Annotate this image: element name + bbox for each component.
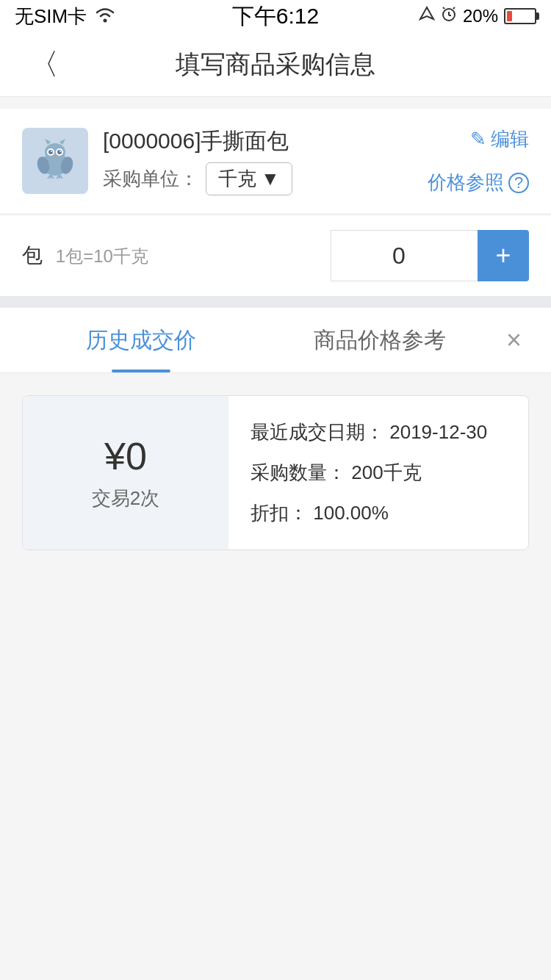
product-name: [0000006]手撕面包 bbox=[103, 126, 292, 156]
edit-label: 编辑 bbox=[491, 126, 529, 152]
price-ref-right: ✎ 编辑 价格参照 ? bbox=[428, 126, 529, 195]
unit-label: 采购单位： bbox=[103, 166, 198, 192]
unit-select[interactable]: 千克 ▼ bbox=[206, 162, 292, 195]
price-right-panel: 最近成交日期： 2019-12-30 采购数量： 200千克 折扣： 100.0… bbox=[228, 396, 528, 550]
status-bar: 无SIM卡 下午6:12 20% bbox=[0, 0, 551, 32]
svg-point-0 bbox=[104, 18, 107, 22]
product-unit-row: 采购单位： 千克 ▼ bbox=[103, 162, 292, 195]
dropdown-arrow-icon: ▼ bbox=[261, 167, 280, 190]
svg-marker-1 bbox=[420, 7, 433, 19]
battery-fill bbox=[507, 11, 512, 21]
product-card: [0000006]手撕面包 采购单位： 千克 ▼ ✎ 编辑 价格参照 ? bbox=[0, 109, 551, 213]
purchase-qty-label: 采购数量： bbox=[251, 461, 346, 483]
discount-label: 折扣： bbox=[251, 502, 308, 524]
price-detail-discount-row: 折扣： 100.00% bbox=[251, 499, 506, 527]
recent-date-value: 2019-12-30 bbox=[389, 421, 487, 443]
status-right: 20% bbox=[419, 6, 536, 26]
price-value: 0 bbox=[126, 435, 147, 478]
svg-marker-24 bbox=[45, 139, 51, 145]
page-title: 填写商品采购信息 bbox=[176, 48, 375, 82]
unit-value: 千克 bbox=[218, 166, 256, 192]
wifi-icon bbox=[94, 5, 116, 28]
price-yen-symbol: ¥ bbox=[104, 435, 126, 478]
price-ref-label: 价格参照 bbox=[428, 170, 504, 195]
price-ref-button[interactable]: 价格参照 ? bbox=[428, 170, 529, 195]
quantity-input-group: + bbox=[331, 230, 529, 281]
tab-history-label: 历史成交价 bbox=[86, 325, 196, 356]
price-history-card: ¥0 交易2次 最近成交日期： 2019-12-30 采购数量： 200千克 折… bbox=[22, 395, 529, 550]
svg-line-5 bbox=[443, 7, 444, 9]
price-detail-date-row: 最近成交日期： 2019-12-30 bbox=[251, 418, 506, 447]
location-icon bbox=[419, 6, 435, 26]
tab-close-button[interactable]: × bbox=[499, 317, 529, 363]
battery-percent: 20% bbox=[463, 6, 498, 26]
battery-icon bbox=[504, 8, 536, 24]
svg-point-11 bbox=[48, 150, 53, 154]
purchase-qty-value: 200千克 bbox=[351, 461, 421, 483]
svg-point-13 bbox=[51, 151, 52, 152]
tab-history-price[interactable]: 历史成交价 bbox=[22, 308, 260, 372]
nav-bar: 〈 填写商品采购信息 bbox=[0, 32, 551, 97]
tab-product-price-ref[interactable]: 商品价格参考 bbox=[260, 308, 498, 372]
product-image bbox=[22, 128, 88, 194]
price-detail-qty-row: 采购数量： 200千克 bbox=[251, 458, 506, 487]
product-header: [0000006]手撕面包 采购单位： 千克 ▼ ✎ 编辑 价格参照 ? bbox=[22, 126, 529, 195]
status-time: 下午6:12 bbox=[232, 1, 319, 32]
svg-line-6 bbox=[453, 7, 455, 9]
tabs-container: 历史成交价 商品价格参考 × bbox=[0, 308, 551, 373]
quantity-conversion-label: 1包=10千克 bbox=[56, 246, 148, 266]
trade-count: 交易2次 bbox=[92, 486, 159, 511]
price-left-panel: ¥0 交易2次 bbox=[23, 396, 228, 550]
quantity-row: 包 1包=10千克 + bbox=[0, 215, 551, 296]
status-left: 无SIM卡 bbox=[15, 4, 116, 29]
tab-product-price-label: 商品价格参考 bbox=[314, 325, 446, 356]
edit-button[interactable]: ✎ 编辑 bbox=[470, 126, 529, 152]
main-content-bg bbox=[0, 572, 551, 980]
product-info: [0000006]手撕面包 采购单位： 千克 ▼ bbox=[103, 126, 292, 195]
product-logo-icon bbox=[33, 136, 77, 187]
svg-marker-25 bbox=[60, 139, 65, 145]
back-button[interactable]: 〈 bbox=[22, 37, 66, 92]
section-divider bbox=[0, 296, 551, 308]
quantity-input[interactable] bbox=[331, 230, 478, 281]
price-amount: ¥0 bbox=[104, 434, 147, 478]
price-ref-help-icon: ? bbox=[508, 173, 529, 193]
svg-point-12 bbox=[57, 150, 62, 154]
svg-point-14 bbox=[60, 151, 61, 152]
discount-value: 100.00% bbox=[313, 502, 389, 524]
alarm-icon bbox=[441, 6, 457, 26]
edit-icon: ✎ bbox=[470, 128, 486, 151]
recent-date-label: 最近成交日期： bbox=[251, 421, 384, 443]
quantity-label-group: 包 1包=10千克 bbox=[22, 242, 148, 270]
quantity-unit-label: 包 bbox=[22, 244, 43, 267]
carrier-text: 无SIM卡 bbox=[15, 4, 87, 29]
product-left: [0000006]手撕面包 采购单位： 千克 ▼ bbox=[22, 126, 292, 195]
price-history-section: ¥0 交易2次 最近成交日期： 2019-12-30 采购数量： 200千克 折… bbox=[0, 373, 551, 572]
quantity-plus-button[interactable]: + bbox=[478, 230, 529, 281]
tab-active-underline bbox=[112, 370, 170, 372]
